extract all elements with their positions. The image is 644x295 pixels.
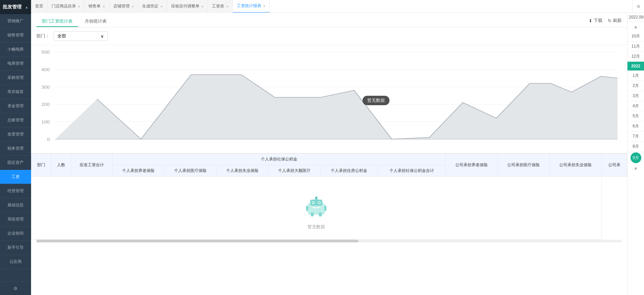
filter-label: 部门： bbox=[36, 33, 50, 39]
department-select[interactable]: 全部 ∨ bbox=[54, 31, 108, 41]
sidebar: 批发管理 ▲ 营销推广销售管理小畅电商电商管理采购管理库存核算资金管理总账管理发… bbox=[0, 0, 31, 295]
svg-text:200: 200 bbox=[42, 102, 50, 107]
date-item-11月[interactable]: 11月 bbox=[627, 41, 644, 52]
sidebar-item-营销推广[interactable]: 营销推广 bbox=[0, 14, 31, 28]
sub-tab-部门工资统计表[interactable]: 部门工资统计表 bbox=[36, 16, 78, 27]
date-item-10月[interactable]: 10月 bbox=[627, 31, 644, 41]
date-item-8月[interactable]: 8月 bbox=[627, 142, 644, 152]
tab-生成凭证[interactable]: 生成凭证× bbox=[138, 0, 167, 13]
chart-container: 500 400 300 200 100 0 bbox=[36, 49, 622, 153]
sidebar-item-库存核算[interactable]: 库存核算 bbox=[0, 85, 31, 99]
col-company-medical: 公司承担医疗保险 bbox=[498, 154, 549, 177]
empty-icon bbox=[303, 193, 330, 220]
sidebar-item-电商管理[interactable]: 电商管理 bbox=[0, 57, 31, 71]
sidebar-item-系统管理[interactable]: 系统管理 bbox=[0, 212, 31, 227]
sidebar-item-固定资产[interactable]: 固定资产 bbox=[0, 156, 31, 170]
sidebar-item-税务管理[interactable]: 税务管理 bbox=[0, 142, 31, 156]
table-scroll-thumb[interactable] bbox=[36, 240, 358, 242]
svg-point-18 bbox=[319, 202, 320, 203]
sidebar-item-发票管理[interactable]: 发票管理 bbox=[0, 127, 31, 142]
date-item-4月[interactable]: 4月 bbox=[627, 101, 644, 111]
department-select-value: 全部 bbox=[57, 33, 66, 39]
col-total-wage: 应发工资合计 bbox=[71, 154, 112, 177]
col-personal-total: 个人承担社保公积金合计 bbox=[378, 165, 446, 177]
sidebar-item-小畅电商[interactable]: 小畅电商 bbox=[0, 42, 31, 57]
tab-销售单[interactable]: 销售单× bbox=[84, 0, 109, 13]
svg-text:100: 100 bbox=[42, 120, 50, 124]
date-nav-up[interactable]: ▲ bbox=[627, 22, 644, 31]
tab-close-店铺管理[interactable]: × bbox=[132, 4, 134, 8]
sidebar-arrow: ▲ bbox=[25, 5, 28, 9]
col-company-other: 公司承 bbox=[601, 154, 627, 177]
download-button[interactable]: ⬇ 下载 bbox=[589, 18, 602, 24]
svg-rect-21 bbox=[306, 206, 308, 211]
sidebar-item-工资[interactable]: 工资 bbox=[0, 170, 31, 184]
empty-state: 暂无数据 bbox=[35, 179, 598, 237]
date-item-7月[interactable]: 7月 bbox=[627, 131, 644, 142]
sidebar-item-采购管理[interactable]: 采购管理 bbox=[0, 71, 31, 85]
page-content: 部门工资统计表月份统计表 ⬇ 下载 ↻ 刷新 部门： 全部 ∨ bbox=[31, 13, 627, 295]
settings-icon: ⚙ bbox=[14, 286, 18, 291]
tab-close-生成凭证[interactable]: × bbox=[160, 4, 162, 8]
tab-工资统计报表[interactable]: 工资统计报表× bbox=[233, 0, 270, 13]
refresh-button[interactable]: ↻ 刷新 bbox=[608, 18, 622, 24]
svg-rect-22 bbox=[324, 206, 326, 211]
content-area: 部门工资统计表月份统计表 ⬇ 下载 ↻ 刷新 部门： 全部 ∨ bbox=[31, 13, 644, 295]
sidebar-item-资金管理[interactable]: 资金管理 bbox=[0, 99, 31, 113]
date-item-3月[interactable]: 3月 bbox=[627, 91, 644, 101]
tab-close-应收应付调整单[interactable]: × bbox=[202, 4, 204, 8]
tab-bar: 首页门店商品目录×销售单×店铺管理×生成凭证×应收应付调整单×工资表×工资统计报… bbox=[31, 0, 644, 13]
tab-close-销售单[interactable]: × bbox=[103, 4, 105, 8]
table-scroll-track[interactable] bbox=[36, 240, 622, 242]
sidebar-header[interactable]: 批发管理 ▲ bbox=[0, 0, 31, 14]
date-item-2022[interactable]: 2022 bbox=[627, 62, 644, 71]
date-item-9月[interactable]: 9月 bbox=[630, 152, 641, 163]
col-personal-large-medical: 个人承担大额医疗 bbox=[268, 165, 320, 177]
tab-首页[interactable]: 首页 bbox=[31, 0, 48, 13]
sub-tab-actions: ⬇ 下载 ↻ 刷新 bbox=[589, 18, 622, 26]
sub-tabs: 部门工资统计表月份统计表 bbox=[36, 16, 112, 27]
col-personal-medical: 个人承担医疗保险 bbox=[164, 165, 216, 177]
date-panel: 2022.09 ▲ 10月11月12月20221月2月3月4月5月6月7月8月9… bbox=[627, 13, 644, 295]
tab-close-门店商品目录[interactable]: × bbox=[78, 4, 80, 8]
date-nav-down[interactable]: ▼ bbox=[627, 164, 644, 173]
date-item-2月[interactable]: 2月 bbox=[627, 81, 644, 91]
refresh-icon: ↻ bbox=[608, 18, 612, 23]
tab-店铺管理[interactable]: 店铺管理× bbox=[109, 0, 138, 13]
sidebar-item-基础信息[interactable]: 基础信息 bbox=[0, 198, 31, 212]
sidebar-item-云应用[interactable]: 云应用 bbox=[0, 255, 31, 269]
chevron-down-icon: ∨ bbox=[101, 34, 104, 39]
sidebar-settings[interactable]: ⚙ bbox=[0, 282, 31, 295]
sidebar-item-总账管理[interactable]: 总账管理 bbox=[0, 113, 31, 127]
tab-close-工资统计报表[interactable]: × bbox=[263, 4, 265, 8]
sub-tab-月份统计表[interactable]: 月份统计表 bbox=[79, 16, 112, 27]
svg-rect-23 bbox=[311, 212, 314, 216]
panel-close-button[interactable]: ✕ bbox=[633, 0, 644, 13]
data-table: 部门 人数 应发工资合计 个人承担社保公积金 公司承担养老保险 公司承担医疗保险… bbox=[31, 153, 627, 240]
date-item-1月[interactable]: 1月 bbox=[627, 71, 644, 81]
sidebar-item-企业协同[interactable]: 企业协同 bbox=[0, 227, 31, 241]
sidebar-item-销售管理[interactable]: 销售管理 bbox=[0, 28, 31, 42]
sidebar-item-新手引导[interactable]: 新手引导 bbox=[0, 241, 31, 255]
col-personal-pension: 个人承担养老保险 bbox=[112, 165, 164, 177]
svg-point-17 bbox=[313, 202, 314, 203]
main-area: 首页门店商品目录×销售单×店铺管理×生成凭证×应收应付调整单×工资表×工资统计报… bbox=[31, 0, 644, 295]
table-section[interactable]: 部门 人数 应发工资合计 个人承担社保公积金 公司承担养老保险 公司承担医疗保险… bbox=[31, 153, 627, 295]
tab-门店商品目录[interactable]: 门店商品目录× bbox=[48, 0, 84, 13]
sidebar-item-经营管理[interactable]: 经营管理 bbox=[0, 184, 31, 198]
empty-text: 暂无数据 bbox=[307, 224, 325, 230]
date-panel-top-label: 2022.09 bbox=[627, 13, 644, 22]
tab-应收应付调整单[interactable]: 应收应付调整单× bbox=[167, 0, 208, 13]
filter-bar: 部门： 全部 ∨ bbox=[31, 27, 627, 45]
date-item-12月[interactable]: 12月 bbox=[627, 52, 644, 62]
date-item-6月[interactable]: 6月 bbox=[627, 121, 644, 131]
tab-工资表[interactable]: 工资表× bbox=[208, 0, 233, 13]
download-icon: ⬇ bbox=[589, 18, 592, 23]
svg-text:0: 0 bbox=[47, 137, 50, 142]
col-count: 人数 bbox=[51, 154, 71, 177]
date-item-5月[interactable]: 5月 bbox=[627, 111, 644, 121]
tab-close-工资表[interactable]: × bbox=[226, 4, 228, 8]
col-company-pension: 公司承担养老保险 bbox=[446, 154, 498, 177]
col-personal-housing-fund: 个人承担住房公积金 bbox=[320, 165, 378, 177]
col-company-unemployment: 公司承担失业保险 bbox=[549, 154, 601, 177]
